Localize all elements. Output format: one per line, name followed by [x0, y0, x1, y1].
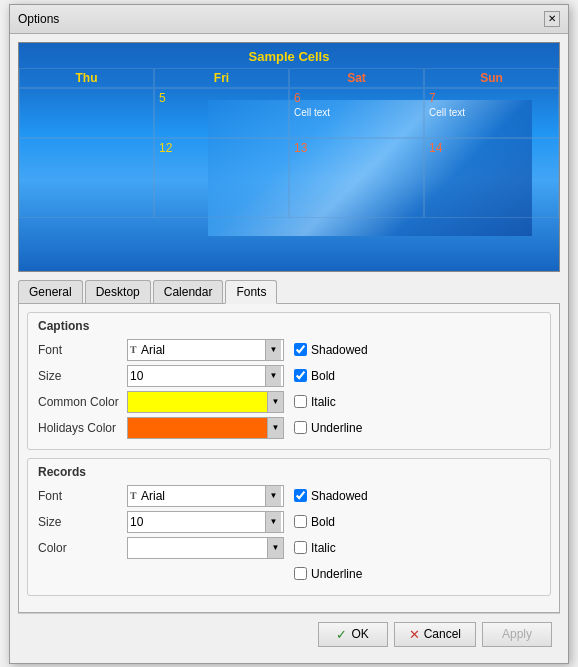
- cal-cell-sun-2: 14: [424, 138, 559, 218]
- records-shadowed-checkbox[interactable]: [294, 489, 307, 502]
- records-font-arrow[interactable]: ▼: [265, 486, 281, 506]
- records-title: Records: [38, 465, 540, 479]
- captions-font-row: Font 𝐓 Arial ▼: [38, 339, 284, 361]
- captions-italic-row: Italic: [294, 391, 540, 413]
- captions-right: Shadowed Bold Italic Underline: [294, 339, 540, 439]
- captions-italic-checkbox[interactable]: [294, 395, 307, 408]
- calendar-header-row: Thu Fri Sat Sun: [19, 68, 559, 88]
- captions-holidays-color-arrow[interactable]: ▼: [267, 418, 283, 438]
- captions-shadowed-row: Shadowed: [294, 339, 540, 361]
- apply-button[interactable]: Apply: [482, 622, 552, 647]
- captions-font-control: 𝐓 Arial ▼: [127, 339, 284, 361]
- title-bar: Options ✕: [10, 5, 568, 34]
- cal-num-6: 6: [294, 91, 419, 105]
- tab-general[interactable]: General: [18, 280, 83, 303]
- captions-underline-label: Underline: [311, 421, 362, 435]
- captions-holidays-color-label: Holidays Color: [38, 421, 123, 435]
- records-color-row: Color ▼: [38, 537, 284, 559]
- captions-shadowed-checkbox[interactable]: [294, 343, 307, 356]
- tab-desktop[interactable]: Desktop: [85, 280, 151, 303]
- captions-title: Captions: [38, 319, 540, 333]
- calendar-preview: Sample Cells Thu Fri Sat Sun 5 6 Ce: [18, 42, 560, 272]
- records-color-label: Color: [38, 541, 123, 555]
- records-section: Records Font 𝐓 Arial ▼: [27, 458, 551, 596]
- calendar-row-2: 12 13 14: [19, 138, 559, 218]
- captions-size-value: 10: [130, 369, 265, 383]
- captions-bold-checkbox[interactable]: [294, 369, 307, 382]
- cal-num-12: 12: [159, 141, 284, 155]
- records-right: Shadowed Bold Italic Underline: [294, 485, 540, 585]
- records-size-label: Size: [38, 515, 123, 529]
- tab-content-fonts: Captions Font 𝐓 Arial ▼: [18, 304, 560, 613]
- records-italic-label: Italic: [311, 541, 336, 555]
- close-button[interactable]: ✕: [544, 11, 560, 27]
- calendar-row-1: 5 6 Cell text 7 Cell text: [19, 88, 559, 138]
- captions-holidays-color-display: [128, 418, 267, 438]
- records-font-label: Font: [38, 489, 123, 503]
- options-dialog: Options ✕ Sample Cells Thu Fri Sat Sun: [9, 4, 569, 664]
- cal-num-14: 14: [429, 141, 554, 155]
- dialog-footer: ✓ OK ✕ Cancel Apply: [18, 613, 560, 655]
- captions-common-color-arrow[interactable]: ▼: [267, 392, 283, 412]
- records-font-row: Font 𝐓 Arial ▼: [38, 485, 284, 507]
- records-shadowed-label: Shadowed: [311, 489, 368, 503]
- day-sun: Sun: [424, 68, 559, 88]
- records-underline-checkbox[interactable]: [294, 567, 307, 580]
- records-shadowed-row: Shadowed: [294, 485, 540, 507]
- records-color-swatch[interactable]: ▼: [127, 537, 284, 559]
- captions-holidays-color-swatch[interactable]: ▼: [127, 417, 284, 439]
- cancel-label: Cancel: [424, 627, 461, 641]
- records-color-arrow[interactable]: ▼: [267, 538, 283, 558]
- records-italic-row: Italic: [294, 537, 540, 559]
- captions-font-dropdown[interactable]: 𝐓 Arial ▼: [127, 339, 284, 361]
- records-bold-checkbox[interactable]: [294, 515, 307, 528]
- captions-italic-label: Italic: [311, 395, 336, 409]
- ok-label: OK: [351, 627, 368, 641]
- tab-fonts[interactable]: Fonts: [225, 280, 277, 304]
- captions-underline-checkbox[interactable]: [294, 421, 307, 434]
- records-left: Font 𝐓 Arial ▼ Size: [38, 485, 284, 585]
- dialog-title: Options: [18, 12, 59, 26]
- captions-size-label: Size: [38, 369, 123, 383]
- records-font-icon: 𝐓: [130, 490, 137, 502]
- cal-num-13: 13: [294, 141, 419, 155]
- captions-font-arrow[interactable]: ▼: [265, 340, 281, 360]
- font-icon: 𝐓: [130, 344, 137, 356]
- cal-cell-fri-2: 12: [154, 138, 289, 218]
- tab-calendar[interactable]: Calendar: [153, 280, 224, 303]
- captions-common-color-display: [128, 392, 267, 412]
- records-underline-label: Underline: [311, 567, 362, 581]
- cancel-button[interactable]: ✕ Cancel: [394, 622, 476, 647]
- tabs-bar: General Desktop Calendar Fonts: [18, 280, 560, 304]
- captions-size-dropdown[interactable]: 10 ▼: [127, 365, 284, 387]
- captions-font-label: Font: [38, 343, 123, 357]
- captions-common-color-label: Common Color: [38, 395, 123, 409]
- records-color-control: ▼: [127, 537, 284, 559]
- cal-text-6: Cell text: [294, 107, 419, 118]
- dialog-body: Sample Cells Thu Fri Sat Sun 5 6 Ce: [10, 34, 568, 663]
- ok-button[interactable]: ✓ OK: [318, 622, 388, 647]
- cal-text-7: Cell text: [429, 107, 554, 118]
- cancel-icon: ✕: [409, 627, 420, 642]
- day-sat: Sat: [289, 68, 424, 88]
- captions-bold-row: Bold: [294, 365, 540, 387]
- captions-common-color-control: ▼: [127, 391, 284, 413]
- cal-cell-sun-1: 7 Cell text: [424, 88, 559, 138]
- records-underline-row: Underline: [294, 563, 540, 585]
- records-size-dropdown[interactable]: 10 ▼: [127, 511, 284, 533]
- records-size-arrow[interactable]: ▼: [265, 512, 281, 532]
- captions-underline-row: Underline: [294, 417, 540, 439]
- apply-label: Apply: [502, 627, 532, 641]
- records-size-row: Size 10 ▼: [38, 511, 284, 533]
- cal-cell-sat-2: 13: [289, 138, 424, 218]
- records-italic-checkbox[interactable]: [294, 541, 307, 554]
- captions-common-color-swatch[interactable]: ▼: [127, 391, 284, 413]
- captions-common-color-row: Common Color ▼: [38, 391, 284, 413]
- sample-cells-header: Sample Cells: [19, 43, 559, 68]
- cal-num-7: 7: [429, 91, 554, 105]
- records-font-dropdown[interactable]: 𝐓 Arial ▼: [127, 485, 284, 507]
- captions-size-arrow[interactable]: ▼: [265, 366, 281, 386]
- captions-font-value: Arial: [141, 343, 265, 357]
- records-size-value: 10: [130, 515, 265, 529]
- captions-size-control: 10 ▼: [127, 365, 284, 387]
